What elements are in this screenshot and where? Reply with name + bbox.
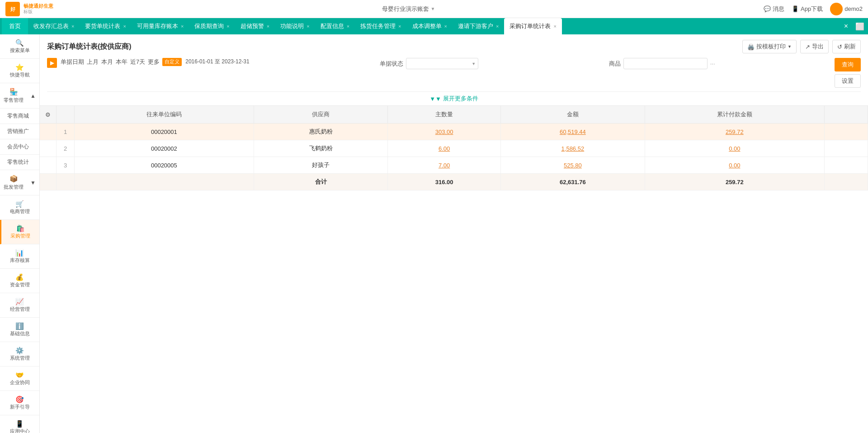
tab-caigou-active[interactable]: 采购订单统计表 ×: [504, 18, 561, 34]
th-settings[interactable]: ⚙: [40, 106, 57, 124]
sidebar-item-ecommerce[interactable]: 🛒 电商管理: [0, 195, 39, 220]
shortcut-this-month[interactable]: 本月: [101, 58, 113, 66]
sidebar-item-app-center[interactable]: 📱 应用中心: [0, 415, 39, 433]
logo-area: 好 畅捷通好生意 标版: [5, 2, 53, 16]
more-options-icon[interactable]: ···: [710, 60, 715, 67]
td-quantity: 7.00: [388, 157, 500, 174]
sidebar-item-collab[interactable]: 🤝 企业协同: [0, 366, 39, 391]
sidebar-item-retail[interactable]: 🏪 零售管理 ▲: [0, 83, 39, 109]
goods-filter: 商品 ···: [609, 58, 715, 69]
th-amount: 金额: [500, 106, 645, 124]
close-all-btn[interactable]: ×: [842, 20, 850, 32]
close-icon[interactable]: ×: [347, 24, 349, 29]
table-row[interactable]: 2 00020002 飞鹤奶粉 6.00 1,586.52 0.00: [40, 140, 868, 157]
tab-shoufasong[interactable]: 收发存汇总表 ×: [28, 18, 80, 34]
goods-input[interactable]: [623, 58, 708, 69]
close-icon[interactable]: ×: [553, 24, 556, 29]
footer-supplier: 合计: [254, 174, 388, 190]
export-btn[interactable]: ↗ 导出: [800, 40, 829, 53]
table-row[interactable]: 3 00020005 好孩子 7.00 525.80 0.00: [40, 157, 868, 174]
tab-jianhuo[interactable]: 拣货任务管理 ×: [355, 18, 406, 34]
tab-gongneng[interactable]: 功能说明 ×: [275, 18, 315, 34]
sidebar-item-purchase[interactable]: 🛍️ 采购管理: [0, 220, 39, 244]
store-icon: 🏪: [9, 88, 18, 96]
content-area: 采购订单统计表(按供应商) 🖨️ 按模板打印 ▼ ↗ 导出 ↺ 刷新: [40, 34, 868, 433]
maximize-btn[interactable]: ⬜: [854, 20, 866, 33]
tab-yaohuo[interactable]: 要货单统计表 ×: [80, 18, 131, 34]
workspace-label: 母婴行业演示账套: [382, 5, 429, 13]
sidebar-item-retail-stats[interactable]: 零售统计: [0, 155, 39, 170]
sidebar-item-system[interactable]: ⚙️ 系统管理: [0, 342, 39, 366]
filter-toggle-btn[interactable]: ▶: [47, 58, 57, 68]
tab-yaoqing[interactable]: 邀请下游客户 ×: [453, 18, 504, 34]
sidebar-item-search[interactable]: 🔍 搜索菜单: [0, 34, 39, 59]
tab-peizhi[interactable]: 配置信息 ×: [315, 18, 355, 34]
star-icon: ⭐: [2, 63, 38, 71]
expand-icon: ▼▼: [429, 95, 441, 102]
td-settings: [40, 140, 57, 157]
sidebar-item-shortcuts[interactable]: ⭐ 快捷导航: [0, 59, 39, 83]
footer-index: [57, 174, 75, 190]
close-icon[interactable]: ×: [398, 24, 401, 29]
td-extra: [824, 124, 868, 140]
main-layout: 🔍 搜索菜单 ⭐ 快捷导航 🏪 零售管理 ▲ 零售商城 营销推广 会员中心 零售…: [0, 34, 868, 433]
footer-quantity: 316.00: [388, 174, 500, 190]
message-btn[interactable]: 💬 消息: [764, 5, 784, 13]
top-bar: 好 畅捷通好生意 标版 母婴行业演示账套 ▼ 💬 消息 📱 App下载 demo…: [0, 0, 868, 18]
sidebar: 🔍 搜索菜单 ⭐ 快捷导航 🏪 零售管理 ▲ 零售商城 营销推广 会员中心 零售…: [0, 34, 40, 433]
sidebar-item-wholesale[interactable]: 📦 批发管理 ▼: [0, 170, 39, 195]
sidebar-item-members[interactable]: 会员中心: [0, 139, 39, 155]
sidebar-item-marketing[interactable]: 营销推广: [0, 124, 39, 139]
close-icon[interactable]: ×: [123, 24, 126, 29]
logo-text: 畅捷通好生意 标版: [24, 3, 53, 14]
tab-chaochuyujing[interactable]: 超储预警 ×: [235, 18, 275, 34]
table-header-row: ⚙ 往来单位编码 供应商 主数量 金额 累计付款金额: [40, 106, 868, 124]
table-row[interactable]: 1 00020001 惠氏奶粉 303.00 60,519.44 259.72: [40, 124, 868, 140]
close-icon[interactable]: ×: [267, 24, 269, 29]
close-icon[interactable]: ×: [307, 24, 309, 29]
shortcut-more[interactable]: 更多: [148, 58, 160, 66]
td-settings: [40, 157, 57, 174]
tab-baozhi[interactable]: 保质期查询 ×: [189, 18, 235, 34]
sidebar-item-basic-info[interactable]: ℹ️ 基础信息: [0, 318, 39, 342]
close-icon[interactable]: ×: [181, 24, 184, 29]
td-quantity: 303.00: [388, 124, 500, 140]
avatar: [830, 3, 843, 15]
close-icon[interactable]: ×: [226, 24, 229, 29]
shortcut-this-year[interactable]: 本年: [116, 58, 127, 66]
close-icon[interactable]: ×: [444, 24, 447, 29]
info-icon: ℹ️: [2, 322, 38, 330]
tab-home[interactable]: 首页: [2, 18, 28, 34]
query-btn[interactable]: 查询: [835, 58, 861, 71]
table-body: 1 00020001 惠氏奶粉 303.00 60,519.44 259.72 …: [40, 124, 868, 174]
expand-conditions-btn[interactable]: ▼▼ 展开更多条件: [429, 95, 478, 103]
footer-label: [75, 174, 254, 190]
date-filter: 单据日期 上月 本月 本年 近7天 更多 自定义: [61, 58, 182, 66]
tab-chengben[interactable]: 成本调整单 ×: [407, 18, 453, 34]
footer-amount: 62,631.76: [500, 174, 645, 190]
tab-keyongliang[interactable]: 可用量库存账本 ×: [132, 18, 189, 34]
sidebar-item-guide[interactable]: 🎯 新手引导: [0, 391, 39, 415]
workspace-selector[interactable]: 母婴行业演示账套 ▼: [382, 5, 435, 13]
sidebar-item-retail-shop[interactable]: 零售商城: [0, 109, 39, 124]
sidebar-item-finance[interactable]: 💰 资金管理: [0, 269, 39, 293]
td-supplier-code: 00020005: [75, 157, 254, 174]
cart-icon: 🛒: [2, 200, 38, 208]
shortcut-last-month[interactable]: 上月: [87, 58, 99, 66]
refresh-btn[interactable]: ↺ 刷新: [832, 40, 861, 53]
status-select[interactable]: [406, 58, 478, 69]
td-amount: 525.80: [500, 157, 645, 174]
template-print-btn[interactable]: 🖨️ 按模板打印 ▼: [742, 40, 797, 53]
handshake-icon: 🤝: [2, 371, 38, 379]
settings-btn[interactable]: 设置: [835, 74, 861, 88]
user-profile[interactable]: demo2: [830, 3, 863, 15]
close-icon[interactable]: ×: [496, 24, 499, 29]
refresh-icon: ↺: [837, 43, 842, 50]
th-index: [57, 106, 75, 124]
export-icon: ↗: [805, 43, 810, 50]
sidebar-item-inventory[interactable]: 📊 库存核算: [0, 244, 39, 269]
close-icon[interactable]: ×: [71, 24, 74, 29]
sidebar-item-operations[interactable]: 📈 经营管理: [0, 293, 39, 318]
shortcut-7days[interactable]: 近7天: [130, 58, 145, 66]
app-download-btn[interactable]: 📱 App下载: [792, 5, 823, 13]
